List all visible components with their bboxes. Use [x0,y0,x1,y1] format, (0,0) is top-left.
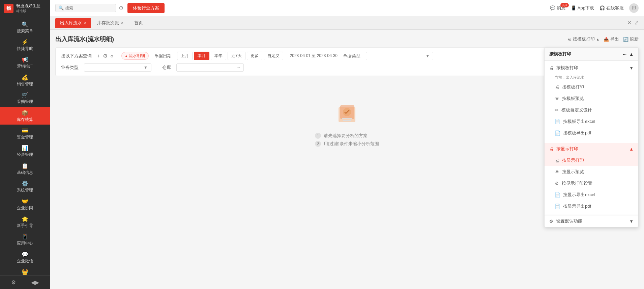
dropdown-item-template-export-pdf[interactable]: 📄按模板导出pdf [545,127,638,139]
marketing-label: 营销推广 [17,64,33,69]
search-icon: 🔍 [22,21,28,28]
window-close-btn[interactable]: ✕ [627,20,632,26]
tab-home[interactable]: 首页 [129,18,148,28]
dropdown-chevron-up[interactable]: ▲ [629,52,634,57]
sidebar-item-inventory[interactable]: 📦库存核算 [0,107,50,125]
dropdown-item-display-export-pdf[interactable]: 📄按显示导出pdf [545,201,638,212]
empty-step-1: 1 请先选择要分析的方案 [315,133,379,139]
sidebar-item-cooperation[interactable]: 🤝企业协同 [0,195,50,213]
date-btn-last-7[interactable]: 近7天 [228,52,245,60]
sidebar-item-operation[interactable]: 📊经营管理 [0,142,50,160]
warehouse-label: 仓库 [162,64,171,71]
operation-icon: 📊 [22,145,28,151]
dropdown-item-template-print[interactable]: 🖨按模板打印 [545,81,638,93]
sidebar-item-guide[interactable]: 🌟新手引导 [0,213,50,231]
customer-service-btn[interactable]: 🎧 在线客服 [599,5,624,11]
main-area: 🔍 ⚙ 体验行业方案 💬 消息 99+ 📱 App下载 🎧 在线客服 用 出入库… [50,0,644,289]
dropdown-item-template-preview[interactable]: 👁按模板预览 [545,93,638,104]
gear-icon[interactable]: ⚙ [119,5,123,11]
sidebar-item-basic[interactable]: 📋基础信息 [0,160,50,178]
business-type-label: 业务类型 [61,64,79,71]
sales-label: 销售管理 [17,82,33,86]
display-print-section: 🖨 按显示打印 ▲ 🖨按显示打印👁按显示预览⚙按显示打印设置📄按显示导出exce… [545,142,638,213]
sidebar-item-app[interactable]: 📱应用中心 [0,231,50,248]
filter-collapse-btn[interactable]: « [110,53,113,59]
date-btn-this-month[interactable]: 本月 [194,52,209,60]
display-preview-label: 按显示预览 [562,169,584,175]
warehouse-dots: ··· [237,65,240,70]
sidebar-item-member[interactable]: 👑畅会员 [0,266,50,275]
app-download-btn[interactable]: 📱 App下载 [571,5,594,11]
filter-tag-icon: ● [125,54,127,58]
footer-settings-icon: ⚙ [549,219,553,224]
dropdown-item-display-export-excel[interactable]: 📄按显示导出excel [545,189,638,201]
user-avatar[interactable]: 用 [629,3,639,13]
date-btn-more[interactable]: 更多 [247,52,262,60]
filter-add-btn[interactable]: + [97,53,100,59]
sidebar-item-purchase[interactable]: 🛒采购管理 [0,89,50,107]
template-print-section-icon: 🖨 [549,65,554,71]
dropdown-item-display-print[interactable]: 🖨按显示打印 [545,155,638,166]
logo-icon: 畅 [4,4,13,13]
sidebar-item-search[interactable]: 🔍搜索菜单 [0,19,50,36]
quick-nav-label: 快捷导航 [17,46,33,51]
sidebar-item-finance[interactable]: 💳资金管理 [0,125,50,142]
doc-type-select[interactable]: ▼ [366,52,433,60]
dropdown-item-display-print-settings[interactable]: ⚙按显示打印设置 [545,178,638,189]
dropdown-dots[interactable]: ··· [623,52,626,57]
export-label: 导出 [610,36,619,42]
tab-close-batch-account[interactable]: × [121,21,123,25]
sidebar-item-quick-nav[interactable]: ⚡快捷导航 [0,36,50,54]
search-input[interactable] [65,6,106,10]
dropdown-item-display-preview[interactable]: 👁按显示预览 [545,166,638,178]
settings-icon[interactable]: ⚙ [11,279,16,286]
sidebar-item-marketing[interactable]: 📢营销推广 [0,54,50,71]
topbar: 🔍 ⚙ 体验行业方案 💬 消息 99+ 📱 App下载 🎧 在线客服 用 [50,0,644,16]
warehouse-select[interactable]: ··· [176,63,244,72]
tab-close-flow-detail[interactable]: × [84,21,86,25]
app-label: 应用中心 [17,241,33,245]
template-export-pdf-icon: 📄 [555,130,560,136]
wechat-icon: 💬 [22,251,28,258]
sidebar-item-sales[interactable]: 💰销售管理 [0,72,50,89]
template-preview-icon: 👁 [555,96,559,101]
search-box[interactable]: 🔍 [55,4,116,12]
display-print-label: 按显示打印 [562,157,584,163]
filter-settings-btn[interactable]: ⚙ [103,53,108,59]
basic-label: 基础信息 [17,170,33,175]
guide-label: 新手引导 [17,223,33,228]
collapse-icon[interactable]: ◀▶ [31,279,39,286]
print-template-btn[interactable]: 🖨 按模板打印 ▲ [567,36,599,42]
date-group: 上月本月本年近7天更多自定义 [177,52,283,60]
doc-type-label: 单据类型 [343,53,360,59]
industry-btn[interactable]: 体验行业方案 [127,3,165,13]
page-actions: 🖨 按模板打印 ▲ 📤 导出 🔄 刷新 [567,36,639,42]
template-print-items: 🖨按模板打印👁按模板预览✏模板自定义设计📄按模板导出excel📄按模板导出pdf [545,81,638,139]
message-btn[interactable]: 💬 消息 99+ [550,5,565,11]
dropdown-footer[interactable]: ⚙ 设置默认功能 ▼ [545,215,638,227]
message-badge: 99+ [560,3,569,7]
export-btn[interactable]: 📤 导出 [604,36,619,42]
date-btn-this-year[interactable]: 本年 [211,52,226,60]
tab-flow-detail[interactable]: 出入库流水× [55,18,91,28]
display-print-settings-icon: ⚙ [555,181,559,186]
display-print-section-title[interactable]: 🖨 按显示打印 ▲ [545,143,638,155]
empty-steps: 1 请先选择要分析的方案 2 用[过滤]条件来缩小分析范围 [315,133,379,149]
dropdown-item-template-export-excel[interactable]: 📄按模板导出excel [545,116,638,127]
template-section-chevron: ▼ [629,65,634,71]
date-btn-custom[interactable]: 自定义 [264,52,283,60]
window-expand-btn[interactable]: ⤢ [634,20,639,26]
tab-batch-account[interactable]: 库存批次账× [92,18,128,28]
marketing-icon: 📢 [22,56,28,63]
business-type-select[interactable]: ▼ [84,63,151,72]
filter-tag[interactable]: ● 流水明细 [121,52,149,60]
template-print-section-title[interactable]: 🖨 按模板打印 ▼ [545,62,638,74]
date-btn-last-month[interactable]: 上月 [177,52,193,60]
finance-icon: 💳 [22,127,28,134]
footer-chevron: ▼ [629,219,634,224]
sidebar-footer: ⚙ ◀▶ [0,275,50,289]
sidebar-item-wechat[interactable]: 💬企业微信 [0,248,50,266]
dropdown-item-template-customize[interactable]: ✏模板自定义设计 [545,104,638,116]
sidebar-item-system[interactable]: ⚙️系统管理 [0,178,50,195]
refresh-btn[interactable]: 🔄 刷新 [623,36,639,42]
